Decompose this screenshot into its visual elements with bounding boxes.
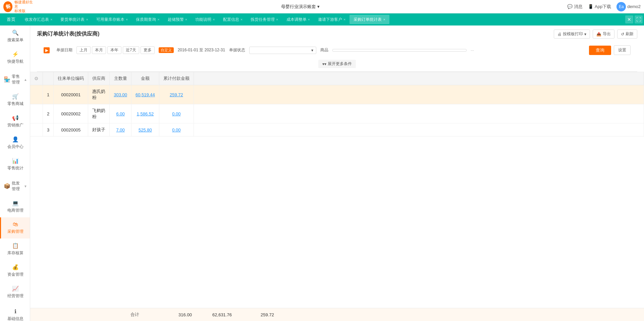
workspace-selector[interactable]: 母婴行业演示账套 ▾: [281, 4, 320, 10]
row-paid[interactable]: 0.00: [159, 104, 194, 123]
nav-close-button[interactable]: ✕: [625, 15, 633, 23]
sidebar-item-search[interactable]: 🔍 搜索菜单: [0, 25, 30, 47]
logo-icon: 畅: [3, 1, 12, 12]
sidebar-item-retail-mgmt[interactable]: 🏪 零售管理 ▲: [0, 70, 30, 89]
close-icon[interactable]: ×: [126, 17, 128, 21]
row-empty: [194, 104, 644, 123]
refresh-button[interactable]: ↺ 刷新: [617, 30, 637, 39]
row-supplier: 飞鹤奶粉: [88, 104, 110, 123]
col-empty: [194, 72, 644, 85]
tab-caigou-active[interactable]: 采购订单统计表 ×: [350, 15, 389, 24]
workspace-name: 母婴行业演示账套: [281, 4, 316, 10]
date-shortcuts: 上月 本月 本年 近7天 更多: [76, 46, 155, 54]
close-icon[interactable]: ×: [276, 17, 278, 21]
more-icon[interactable]: ···: [471, 48, 474, 53]
close-icon[interactable]: ×: [50, 17, 52, 21]
page-title: 采购订单统计表(按供应商): [37, 31, 100, 38]
date-this-month[interactable]: 本月: [92, 46, 106, 54]
wholesale-icon: 📦: [4, 183, 10, 189]
row-main-qty[interactable]: 6.00: [110, 104, 131, 123]
settings-icon[interactable]: ⚙: [34, 76, 39, 81]
table-footer: 合计 316.00 62,631.76 259.72: [30, 308, 644, 321]
row-main-qty[interactable]: 303.00: [110, 85, 131, 104]
close-icon[interactable]: ×: [157, 17, 159, 21]
table-row[interactable]: 1 00020001 惠氏奶粉 303.00 60,519.44 259.72: [30, 85, 644, 104]
sidebar-item-purchase[interactable]: 🛍 采购管理: [0, 217, 30, 238]
sidebar-item-ops[interactable]: 📈 经营管理: [0, 281, 30, 303]
tab-chengben[interactable]: 成本调整单 ×: [282, 15, 314, 24]
app-download-button[interactable]: 📱 App下载: [588, 4, 611, 10]
row-settings: [30, 85, 43, 104]
tab-keyongliang[interactable]: 可用量库存账本 ×: [92, 15, 132, 24]
filter-toggle-icon[interactable]: ▶: [44, 47, 50, 53]
row-amount[interactable]: 1,586.52: [131, 104, 159, 123]
expand-more-button[interactable]: ▾▾ 展开更多条件: [318, 60, 356, 68]
tab-chaochu[interactable]: 超储预警 ×: [164, 15, 191, 24]
ecommerce-icon: 💻: [12, 200, 19, 206]
date-this-year[interactable]: 本年: [107, 46, 121, 54]
tab-gongneng[interactable]: 功能说明 ×: [191, 15, 219, 24]
sidebar-item-finance[interactable]: 💰 资金管理: [0, 260, 30, 281]
close-icon[interactable]: ×: [86, 17, 88, 21]
row-unit-code: 00020005: [54, 123, 88, 137]
close-icon[interactable]: ×: [383, 17, 385, 21]
message-button[interactable]: 💬 消息: [567, 4, 583, 10]
settings-button[interactable]: 设置: [614, 45, 631, 55]
chevron-down-icon: ▾: [584, 32, 586, 37]
export-button[interactable]: 📤 导出: [593, 30, 614, 39]
table-row[interactable]: 3 00020005 好孩子 7.00 525.80 0.00: [30, 123, 644, 137]
retail-mgmt-icon: 🏪: [4, 76, 10, 83]
row-main-qty[interactable]: 7.00: [110, 123, 131, 137]
tab-jianhuo[interactable]: 拣货任务管理 ×: [247, 15, 282, 24]
user-area[interactable]: Ea demo2: [616, 2, 641, 11]
print-button[interactable]: 🖨 按模板打印 ▾: [554, 30, 590, 39]
date-last-month[interactable]: 上月: [76, 46, 91, 54]
date-7days[interactable]: 近7天: [123, 46, 139, 54]
row-paid[interactable]: 0.00: [159, 123, 194, 137]
tab-yaohuo[interactable]: 要货单统计表 ×: [56, 15, 92, 24]
refresh-icon: ↺: [621, 32, 624, 37]
row-paid[interactable]: 259.72: [159, 85, 194, 104]
sidebar-item-marketing[interactable]: 📢 营销推广: [0, 111, 30, 132]
app-icon: 📱: [588, 4, 593, 9]
tab-shoufacun[interactable]: 收发存汇总表 ×: [21, 15, 56, 24]
sidebar-item-retail-stats[interactable]: 📊 零售统计: [0, 154, 30, 175]
sidebar-item-quick-nav[interactable]: ⚡ 快捷导航: [0, 47, 30, 68]
close-icon[interactable]: ×: [185, 17, 187, 21]
col-settings[interactable]: ⚙: [30, 72, 43, 85]
row-amount[interactable]: 525.80: [131, 123, 159, 137]
sidebar-item-ecommerce[interactable]: 💻 电商管理: [0, 196, 30, 217]
sidebar-item-inventory[interactable]: 📋 库存核算: [0, 238, 30, 260]
close-icon[interactable]: ×: [308, 17, 310, 21]
basic-info-icon: ℹ: [14, 308, 16, 315]
close-icon[interactable]: ×: [240, 17, 243, 21]
query-button[interactable]: 查询: [589, 46, 611, 55]
tab-baozhi[interactable]: 保质期查询 ×: [132, 15, 163, 24]
close-icon[interactable]: ×: [213, 17, 215, 21]
col-unit-code: 往来单位编码: [54, 72, 88, 85]
nav-home[interactable]: 首页: [1, 16, 21, 22]
sidebar-item-basic-info[interactable]: ℹ 基础信息: [0, 304, 30, 321]
marketing-icon: 📢: [12, 115, 19, 121]
goods-input[interactable]: [332, 49, 467, 52]
footer-label: 合计: [101, 312, 168, 318]
data-table: ⚙ 往来单位编码 供应商 主数量 金额 累计付款金额 1: [30, 72, 644, 137]
footer-amount: 62,631.76: [202, 312, 242, 317]
close-icon[interactable]: ×: [343, 17, 345, 21]
sidebar-item-wholesale[interactable]: 📦 批发管理 ▼: [0, 176, 30, 196]
nav-expand-button[interactable]: ⛶: [635, 15, 643, 23]
table-row[interactable]: 2 00020002 飞鹤奶粉 6.00 1,586.52 0.00: [30, 104, 644, 123]
export-icon: 📤: [596, 32, 601, 37]
row-amount[interactable]: 60,519.44: [131, 85, 159, 104]
sidebar-item-member[interactable]: 👤 会员中心: [0, 132, 30, 154]
sidebar-item-retail-mall[interactable]: 🛒 零售商城: [0, 89, 30, 111]
status-select[interactable]: ▾: [249, 47, 316, 54]
workspace-area[interactable]: 母婴行业演示账套 ▾: [34, 4, 567, 10]
tab-yaoqing[interactable]: 邀请下游客户 ×: [314, 15, 350, 24]
row-no: 1: [43, 85, 54, 104]
tab-peizhi[interactable]: 配置信息 ×: [219, 15, 247, 24]
row-supplier: 好孩子: [88, 123, 110, 137]
date-more[interactable]: 更多: [141, 46, 155, 54]
chevron-down-icon: ▾▾: [322, 62, 326, 66]
page-title-row: 采购订单统计表(按供应商) 🖨 按模板打印 ▾ 📤 导出 ↺ 刷新: [37, 30, 637, 39]
